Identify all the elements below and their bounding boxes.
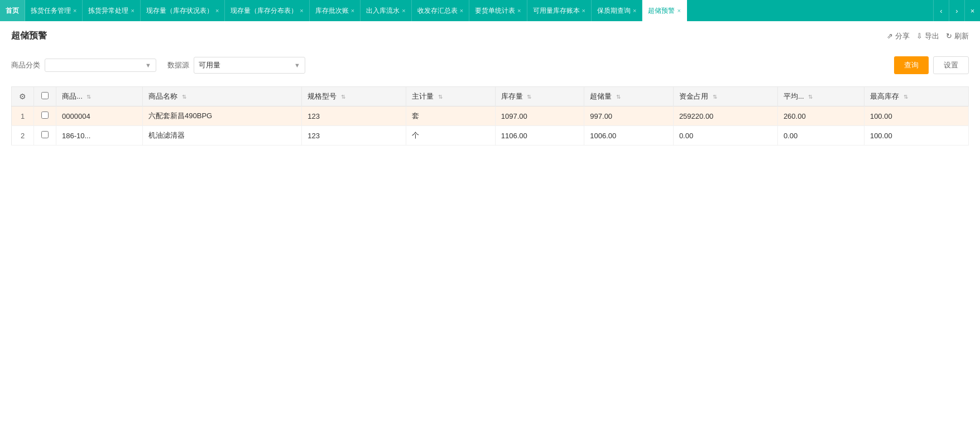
tab-close-4[interactable]: ×: [351, 7, 354, 14]
row-name-cell: 机油滤清器: [143, 126, 302, 146]
sort-spec-icon[interactable]: ⇅: [341, 94, 345, 100]
nav-next-arrow[interactable]: ›: [949, 0, 964, 21]
share-icon: ⇗: [887, 32, 893, 40]
tab-close-9[interactable]: ×: [633, 7, 636, 14]
top-nav: 首页 拣货任务管理×拣货异常处理×现存量（库存状况表）×现存量（库存分布表）×库…: [0, 0, 980, 21]
th-maxstock: 最高库存 ⇅: [864, 87, 968, 106]
row-capital-cell: 0.00: [673, 126, 777, 146]
nav-tab-5[interactable]: 出入库流水×: [361, 0, 411, 21]
nav-prev-arrow[interactable]: ‹: [933, 0, 949, 21]
row-avg-cell: 0.00: [777, 126, 864, 146]
th-unit: 主计量 ⇅: [406, 87, 496, 106]
sort-unit-icon[interactable]: ⇅: [438, 94, 443, 100]
category-dropdown-icon: ▼: [145, 62, 151, 69]
page-actions: ⇗ 分享 ⇩ 导出 ↻ 刷新: [887, 31, 969, 41]
th-avg-label: 平均...: [784, 92, 804, 100]
tab-close-2[interactable]: ×: [215, 7, 219, 14]
row-spec-cell: 123: [302, 126, 406, 146]
sort-over-icon[interactable]: ⇅: [616, 94, 621, 100]
nav-tab-9[interactable]: 保质期查询×: [592, 0, 642, 21]
th-settings: ⚙: [12, 87, 34, 106]
sort-name-icon[interactable]: ⇅: [182, 94, 186, 100]
nav-arrows: ‹ › ×: [933, 0, 980, 21]
nav-tab-7[interactable]: 要货单统计表×: [469, 0, 527, 21]
tab-close-7[interactable]: ×: [517, 7, 521, 14]
refresh-icon: ↻: [946, 32, 952, 40]
category-filter: 商品分类 ▼: [11, 59, 156, 72]
nav-tab-3[interactable]: 现存量（库存分布表）×: [225, 0, 309, 21]
row-maxstock-cell: 100.00: [864, 126, 968, 146]
nav-close-arrow[interactable]: ×: [964, 0, 980, 21]
row-code-cell: 186-10...: [56, 126, 143, 146]
datasource-select[interactable]: 可用量 ▼: [194, 57, 305, 74]
nav-tab-2[interactable]: 现存量（库存状况表）×: [141, 0, 225, 21]
row-checkbox-1[interactable]: [41, 131, 49, 138]
datasource-select-value: 可用量: [199, 60, 220, 70]
tab-close-1[interactable]: ×: [131, 7, 134, 14]
datasource-filter: 数据源 可用量 ▼: [167, 57, 305, 74]
settings-button[interactable]: 设置: [933, 56, 969, 74]
tab-close-5[interactable]: ×: [402, 7, 405, 14]
refresh-link[interactable]: ↻ 刷新: [946, 31, 969, 41]
row-code-cell: 0000004: [56, 106, 143, 126]
table-row: 1 0000004 六配套新昌490BPG 123 套 1097.00 997.…: [12, 106, 969, 126]
share-link[interactable]: ⇗ 分享: [887, 31, 910, 41]
th-maxstock-label: 最高库存: [870, 92, 899, 100]
page-title: 超储预警: [11, 30, 47, 42]
select-all-checkbox[interactable]: [41, 92, 49, 99]
nav-tab-8[interactable]: 可用量库存账本×: [527, 0, 592, 21]
data-table: ⚙ 商品... ⇅ 商品名称 ⇅ 规格型号 ⇅ 主计量: [11, 86, 969, 146]
row-spec-cell: 123: [302, 106, 406, 126]
nav-tab-4[interactable]: 库存批次账×: [310, 0, 361, 21]
table-settings-icon[interactable]: ⚙: [19, 92, 26, 101]
th-over-label: 超储量: [590, 92, 612, 100]
th-name-label: 商品名称: [148, 92, 177, 100]
row-checkbox-cell: [34, 126, 56, 146]
sort-maxstock-icon[interactable]: ⇅: [904, 94, 908, 100]
sort-stock-icon[interactable]: ⇅: [527, 94, 531, 100]
th-spec: 规格型号 ⇅: [302, 87, 406, 106]
nav-home[interactable]: 首页: [0, 0, 25, 21]
row-checkbox-cell: [34, 106, 56, 126]
filter-actions: 查询 设置: [894, 56, 969, 74]
row-stock-cell: 1106.00: [495, 126, 584, 146]
row-unit-cell: 套: [406, 106, 496, 126]
tab-close-10[interactable]: ×: [677, 7, 680, 14]
sort-avg-icon[interactable]: ⇅: [808, 94, 813, 100]
th-code: 商品... ⇅: [56, 87, 143, 106]
row-over-cell: 1006.00: [584, 126, 674, 146]
th-checkbox: [34, 87, 56, 106]
nav-tab-1[interactable]: 拣货异常处理×: [83, 0, 140, 21]
export-icon: ⇩: [916, 32, 923, 40]
tab-close-6[interactable]: ×: [460, 7, 463, 14]
nav-tab-0[interactable]: 拣货任务管理×: [25, 0, 83, 21]
th-code-label: 商品...: [62, 92, 83, 100]
th-over: 超储量 ⇅: [584, 87, 674, 106]
export-link[interactable]: ⇩ 导出: [916, 31, 939, 41]
tab-close-0[interactable]: ×: [73, 7, 76, 14]
row-capital-cell: 259220.00: [673, 106, 777, 126]
row-over-cell: 997.00: [584, 106, 674, 126]
row-checkbox-0[interactable]: [41, 112, 49, 119]
th-avg: 平均... ⇅: [777, 87, 864, 106]
page-header: 超储预警 ⇗ 分享 ⇩ 导出 ↻ 刷新: [11, 30, 969, 42]
row-unit-cell: 个: [406, 126, 496, 146]
category-label: 商品分类: [11, 60, 40, 70]
th-stock: 库存量 ⇅: [495, 87, 584, 106]
table-header-row: ⚙ 商品... ⇅ 商品名称 ⇅ 规格型号 ⇅ 主计量: [12, 87, 969, 106]
query-button[interactable]: 查询: [894, 56, 929, 74]
nav-tab-6[interactable]: 收发存汇总表×: [412, 0, 469, 21]
datasource-label: 数据源: [167, 60, 189, 70]
sort-capital-icon[interactable]: ⇅: [713, 94, 717, 100]
th-unit-label: 主计量: [412, 92, 434, 100]
tab-close-8[interactable]: ×: [582, 7, 585, 14]
row-num-cell: 2: [12, 126, 34, 146]
nav-tab-10[interactable]: 超储预警×: [642, 0, 686, 21]
filter-row: 商品分类 ▼ 数据源 可用量 ▼ 查询 设置: [11, 51, 969, 80]
sort-code-icon[interactable]: ⇅: [87, 94, 91, 100]
table-row: 2 186-10... 机油滤清器 123 个 1106.00 1006.00 …: [12, 126, 969, 146]
th-stock-label: 库存量: [501, 92, 523, 100]
row-maxstock-cell: 100.00: [864, 106, 968, 126]
category-select[interactable]: ▼: [45, 59, 156, 72]
tab-close-3[interactable]: ×: [300, 7, 303, 14]
